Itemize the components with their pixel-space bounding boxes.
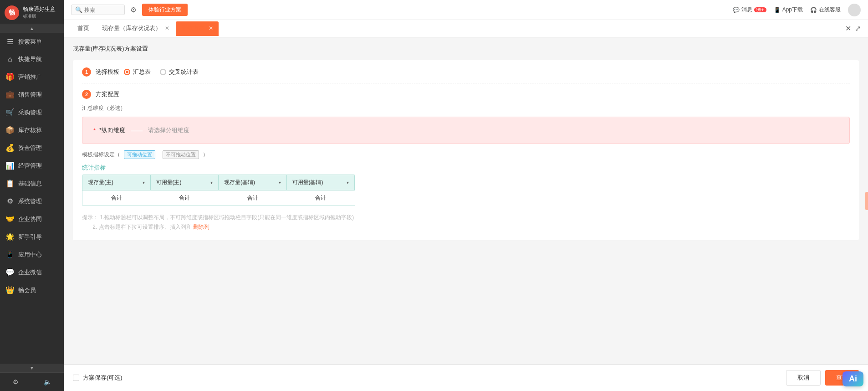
sidebar-item-newbie[interactable]: 🌟 新手引导 [0,228,64,246]
sidebar-item-system[interactable]: ⚙ 系统管理 [0,192,64,210]
sidebar-item-member[interactable]: 👑 畅会员 [0,281,64,299]
radio-summary-circle [124,69,130,75]
tab-inventory-status[interactable]: 现存量（库存状况表） ✕ [96,21,176,37]
col3-chevron-icon: ▾ [279,180,281,185]
sidebar-item-sales[interactable]: 💼 销售管理 [0,86,64,103]
sidebar-scroll-down[interactable]: ▼ [0,364,64,372]
sales-icon: 💼 [5,90,15,99]
newbie-icon: 🌟 [5,232,15,241]
operation-icon: 📊 [5,161,15,170]
vertical-dimension-label: *纵向维度 [99,126,125,134]
tip2: 2. 点击标题栏下拉可设置排序、插入列和 删除列 [82,223,850,231]
cancel-button[interactable]: 取消 [786,370,821,386]
tab-inventory-close-icon[interactable]: ✕ [165,25,169,31]
stats-col-3-body: 合计 [219,190,287,206]
dimension-required-label: 汇总维度（必选） [82,104,850,112]
delete-column-link[interactable]: 删除列 [193,224,209,230]
tab-bar: 首页 现存量（库存状况表） ✕ 新建方案 ✕ ✕ ⤢ [64,20,868,37]
topbar-right: 💬 消息 99+ 📱 App下载 🎧 在线客服 [733,4,861,16]
section1-divider [82,83,850,83]
tab-new-plan-close-icon[interactable]: ✕ [209,25,213,31]
settings-gear-icon[interactable]: ⚙ [130,5,137,14]
indicator-settings-label: 模板指标设定（ 可拖动位置 不可拖动位置 ） [82,150,850,159]
wechat-icon: 💬 [5,268,15,277]
step2-label: 方案配置 [96,90,119,98]
sidebar-settings-btn[interactable]: ⚙ [9,376,22,387]
tab-home[interactable]: 首页 [71,21,96,37]
sidebar-scroll-up[interactable]: ▲ [0,24,64,33]
purchase-icon: 🛒 [5,108,15,117]
radio-cross[interactable]: 交叉统计表 [160,68,199,76]
search-menu-icon: ☰ [5,37,15,46]
page-title: 现存量(库存状况表)方案设置 [73,45,859,53]
stats-col-4-header[interactable]: 可用量(基辅) ▾ [287,175,355,190]
tab-new-plan[interactable]: 新建方案 ✕ [176,21,219,36]
step1-header: 1 选择模板 汇总表 交叉统计表 [82,67,850,77]
window-controls: ✕ ⤢ [845,24,861,33]
draggable-tag: 可拖动位置 [124,150,155,159]
dimension-row: * *纵向维度 —— 请选择分组维度 [93,126,838,134]
sidebar-item-purchase[interactable]: 🛒 采购管理 [0,103,64,121]
user-avatar[interactable] [848,4,861,16]
step2-header: 2 方案配置 [82,90,850,99]
template-radio-group: 汇总表 交叉统计表 [124,68,199,76]
radio-summary[interactable]: 汇总表 [124,68,151,76]
stats-table: 现存量(主) ▾ 合计 可用量(主) ▾ 合计 [82,175,355,206]
customer-service-btn[interactable]: 🎧 在线客服 [810,6,841,14]
sidebar-item-basic-info[interactable]: 📋 基础信息 [0,175,64,192]
dimension-placeholder-text[interactable]: 请选择分组维度 [148,126,189,134]
stats-col-3-header[interactable]: 现存量(基辅) ▾ [219,175,287,190]
stats-col-2-header[interactable]: 可用量(主) ▾ [151,175,219,190]
sidebar-item-finance[interactable]: 💰 资金管理 [0,139,64,157]
app-download-btn[interactable]: 📱 App下载 [774,6,803,14]
sidebar-nav: ☰ 搜索菜单 ⌂ 快捷导航 🎁 营销推广 💼 销售管理 🛒 采购管理 📦 库存核… [0,33,64,364]
stats-col-3: 现存量(基辅) ▾ 合计 [219,175,287,206]
dimension-dash: —— [131,127,143,134]
search-input[interactable] [84,7,121,13]
sidebar-item-app-center[interactable]: 📱 应用中心 [0,246,64,263]
sidebar-logo: 畅 畅康通好生意 标准版 [0,0,64,24]
system-icon: ⚙ [5,197,15,206]
col4-chevron-icon: ▾ [347,180,349,185]
enterprise-icon: 🤝 [5,215,15,223]
sidebar-item-wechat[interactable]: 💬 企业微信 [0,263,64,281]
logo-icon: 畅 [5,5,19,20]
step1-label: 选择模板 [96,68,119,76]
search-box[interactable]: 🔍 [71,5,125,15]
close-window-icon[interactable]: ✕ [845,24,851,33]
resize-handle[interactable] [865,192,868,210]
sidebar-item-search-menu[interactable]: ☰ 搜索菜单 [0,33,64,51]
search-icon: 🔍 [75,6,82,13]
main-area: 🔍 ⚙ 体验行业方案 💬 消息 99+ 📱 App下载 🎧 在线客服 [64,0,868,391]
sidebar-item-quick-nav[interactable]: ⌂ 快捷导航 [0,51,64,68]
headset-icon: 🎧 [810,7,817,13]
tip1: 提示： 1.拖动标题栏可以调整布局，不可跨维度或指标区域拖动栏目字段(只能在同一… [82,214,850,221]
ai-badge[interactable]: Ai [842,371,863,386]
app-center-icon: 📱 [5,250,15,259]
inventory-icon: 📦 [5,126,15,134]
message-btn[interactable]: 💬 消息 99+ [733,6,766,14]
logo-text: 畅康通好生意 标准版 [23,6,56,20]
save-plan-label: 方案保存(可选) [83,374,123,382]
content-area: 现存量(库存状况表)方案设置 1 选择模板 汇总表 交叉统计表 [64,37,868,364]
col2-chevron-icon: ▾ [210,180,213,185]
footer-left: 方案保存(可选) [73,374,123,382]
sidebar-item-operation[interactable]: 📊 经营管理 [0,157,64,175]
restore-window-icon[interactable]: ⤢ [855,24,861,33]
radio-cross-circle [160,69,166,75]
message-icon: 💬 [733,7,740,13]
stats-col-4-body: 合计 [287,190,355,206]
sidebar-item-inventory[interactable]: 📦 库存核算 [0,121,64,139]
sidebar-audio-btn[interactable]: 🔈 [40,376,55,387]
save-plan-checkbox[interactable] [73,375,79,381]
sidebar-item-marketing[interactable]: 🎁 营销推广 [0,68,64,86]
phone-icon: 📱 [774,7,781,13]
sidebar-item-enterprise[interactable]: 🤝 企业协同 [0,210,64,228]
step2-badge: 2 [82,90,91,99]
stats-col-1-body: 合计 [82,190,151,206]
marketing-icon: 🎁 [5,72,15,81]
trial-button[interactable]: 体验行业方案 [142,4,188,16]
stats-col-4: 可用量(基辅) ▾ 合计 [287,175,355,206]
stats-col-1-header[interactable]: 现存量(主) ▾ [82,175,151,190]
non-draggable-tag: 不可拖动位置 [163,150,199,159]
